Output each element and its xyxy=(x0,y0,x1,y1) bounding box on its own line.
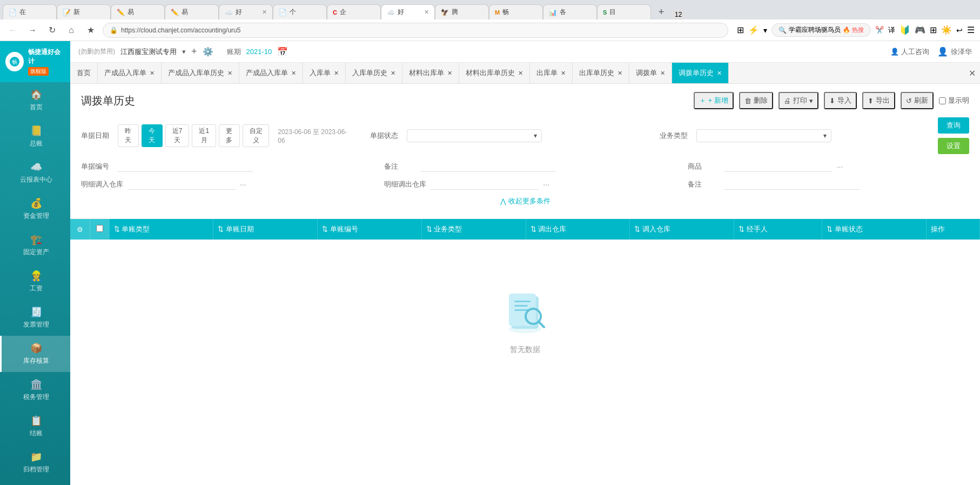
browser-tab-7[interactable]: C 企 xyxy=(327,4,381,19)
date-btn-today[interactable]: 今天 xyxy=(142,124,163,147)
page-tab-in[interactable]: 入库单 ✕ xyxy=(303,63,346,83)
browser-tab-11[interactable]: 📊 各 xyxy=(543,4,597,19)
search-bar[interactable]: 🔍 学霸应聘场驱鸟员 🔥 热搜 xyxy=(771,23,871,37)
close-all-tabs-button[interactable]: ✕ xyxy=(964,68,980,78)
page-tab-home[interactable]: 首页 xyxy=(70,63,98,83)
brightness-icon[interactable]: ☀️ xyxy=(941,25,952,35)
refresh-button[interactable]: ↺ 刷新 xyxy=(901,92,934,109)
page-tab-prod-in-hist-close[interactable]: ✕ xyxy=(227,70,232,77)
print-button[interactable]: 🖨 打印 ▾ xyxy=(778,92,818,109)
sidebar-item-base-settings[interactable]: ⚙️ 基础设置 xyxy=(0,481,70,485)
filter-detail-note-input[interactable] xyxy=(724,178,860,190)
page-tab-prod-in2[interactable]: 产成品入库单 ✕ xyxy=(239,63,303,83)
sidebar-item-assets[interactable]: 🏗️ 固定资产 xyxy=(0,227,70,263)
sidebar-item-inventory[interactable]: 📦 库存核算 xyxy=(0,336,70,372)
filter-business-type-select[interactable]: ▾ xyxy=(696,129,831,142)
forward-button[interactable]: → xyxy=(25,23,40,38)
page-tab-mat-out[interactable]: 材料出库单 ✕ xyxy=(402,63,459,83)
browser-tab-8[interactable]: ☁️ 好 ✕ xyxy=(381,4,435,19)
page-tab-mat-out-close[interactable]: ✕ xyxy=(447,70,452,77)
goods-picker-icon[interactable]: ··· xyxy=(837,162,843,171)
browser-tab-10[interactable]: M 畅 xyxy=(489,4,543,19)
collapse-button[interactable]: ⋀ 收起更多条件 xyxy=(500,196,551,206)
menu-icon[interactable]: ☰ xyxy=(967,25,975,35)
new-tab-button[interactable]: + xyxy=(654,4,669,19)
back-button[interactable]: ← xyxy=(5,23,21,38)
display-checkbox[interactable] xyxy=(939,97,946,104)
settings-gear-icon[interactable]: ⚙️ xyxy=(203,46,213,57)
th-doc-number[interactable]: ⇅ 单账编号 xyxy=(318,219,422,240)
page-tab-mat-out-hist-close[interactable]: ✕ xyxy=(518,70,523,77)
detail-in-picker-icon[interactable]: ··· xyxy=(240,180,246,189)
page-tab-transfer[interactable]: 调拨单 ✕ xyxy=(629,63,672,83)
page-tab-out-close[interactable]: ✕ xyxy=(561,70,566,77)
page-tab-transfer-hist-close[interactable]: ✕ xyxy=(717,70,722,77)
lightning-icon[interactable]: ⚡ xyxy=(748,25,759,35)
add-company-button[interactable]: + xyxy=(191,46,197,57)
th-transfer-in[interactable]: ⇅ 调入仓库 xyxy=(630,219,734,240)
date-btn-7days[interactable]: 近7天 xyxy=(165,124,190,147)
settings-button[interactable]: 设置 xyxy=(938,138,969,154)
home-button[interactable]: ⌂ xyxy=(64,23,79,38)
browser-tab-4[interactable]: ✏️ 易 xyxy=(165,4,219,19)
extensions-icon[interactable]: ⊞ xyxy=(737,25,744,35)
sidebar-item-invoice[interactable]: 🧾 发票管理 xyxy=(0,300,70,336)
page-tab-transfer-hist[interactable]: 调拨单历史 ✕ xyxy=(672,63,729,83)
browser-tab-9[interactable]: 🦅 腾 xyxy=(435,4,489,19)
user-info[interactable]: 👤 徐泽华 xyxy=(937,46,972,57)
import-button[interactable]: ⬇ 导入 xyxy=(824,92,857,109)
sidebar-item-tax[interactable]: 🏛️ 税务管理 xyxy=(0,372,70,408)
cut-icon[interactable]: ✂️ xyxy=(875,26,884,34)
export-button[interactable]: ⬆ 导出 xyxy=(862,92,895,109)
page-tab-prod-in-hist[interactable]: 产成品入库单历史 ✕ xyxy=(162,63,239,83)
sidebar-item-home[interactable]: 🏠 首页 xyxy=(0,82,70,118)
browser-tab-2[interactable]: 📝 新 xyxy=(57,4,111,19)
page-tab-out[interactable]: 出库单 ✕ xyxy=(530,63,573,83)
filter-goods-input[interactable] xyxy=(724,161,833,172)
tab8-close-icon[interactable]: ✕ xyxy=(424,9,429,16)
sidebar-item-settle[interactable]: 📋 结账 xyxy=(0,408,70,444)
detail-out-picker-icon[interactable]: ··· xyxy=(543,180,549,189)
address-bar[interactable]: 🔒 https://cloud.chanjet.com/accounting/u… xyxy=(103,23,728,38)
page-tab-out-hist[interactable]: 出库单历史 ✕ xyxy=(573,63,629,83)
page-tab-prod-in2-close[interactable]: ✕ xyxy=(291,70,296,77)
company-dropdown-icon[interactable]: ▾ xyxy=(182,48,186,56)
th-checkbox[interactable] xyxy=(90,219,109,240)
service-button[interactable]: 👤 人工咨询 xyxy=(890,47,929,57)
page-tab-prod-in[interactable]: 产成品入库单 ✕ xyxy=(98,63,162,83)
page-tab-mat-out-hist[interactable]: 材料出库单历史 ✕ xyxy=(459,63,530,83)
browser-tab-3[interactable]: ✏️ 易 xyxy=(111,4,165,19)
date-btn-custom[interactable]: 自定义 xyxy=(243,124,269,147)
page-tab-transfer-close[interactable]: ✕ xyxy=(660,70,665,77)
sidebar-item-wage[interactable]: 👷 工资 xyxy=(0,263,70,300)
sidebar-item-capital[interactable]: 💰 资金管理 xyxy=(0,191,70,227)
sidebar-item-archive[interactable]: 📁 归档管理 xyxy=(0,444,70,481)
delete-button[interactable]: 🗑 删除 xyxy=(739,92,773,109)
dropdown-icon[interactable]: ▾ xyxy=(763,26,767,35)
undo-icon[interactable]: ↩ xyxy=(956,26,963,35)
sidebar-item-ledger[interactable]: 📒 总账 xyxy=(0,118,70,155)
th-transfer-out[interactable]: ⇅ 调出仓库 xyxy=(526,219,630,240)
filter-status-select[interactable]: ▾ xyxy=(407,129,542,142)
filter-note-input[interactable] xyxy=(421,161,556,172)
browser-tab-6[interactable]: 📄 个 xyxy=(273,4,327,19)
page-tab-in-close[interactable]: ✕ xyxy=(334,70,339,77)
th-settings[interactable]: ⚙ xyxy=(70,219,90,240)
page-tab-prod-in-close[interactable]: ✕ xyxy=(150,70,155,77)
calendar-icon[interactable]: 📅 xyxy=(277,46,288,57)
refresh-button[interactable]: ↻ xyxy=(44,23,59,38)
page-tab-in-hist-close[interactable]: ✕ xyxy=(391,70,395,77)
extension2-icon[interactable]: 🎮 xyxy=(915,25,925,35)
date-btn-yesterday[interactable]: 昨天 xyxy=(118,124,139,147)
date-btn-1month[interactable]: 近1月 xyxy=(192,124,216,147)
print-dropdown-icon[interactable]: ▾ xyxy=(809,97,813,105)
period-value[interactable]: 2021-10 xyxy=(246,48,272,56)
translate-icon[interactable]: 译 xyxy=(888,25,895,35)
filter-docnum-input[interactable] xyxy=(118,161,253,172)
grid-icon[interactable]: ⊞ xyxy=(930,25,937,35)
th-operator[interactable]: ⇅ 经手人 xyxy=(734,219,822,240)
th-doc-date[interactable]: ⇅ 单账日期 xyxy=(213,219,318,240)
new-button[interactable]: ＋ + 新增 xyxy=(694,92,734,109)
browser-tab-12[interactable]: S 目 xyxy=(597,4,651,19)
bookmark-button[interactable]: ★ xyxy=(83,23,98,38)
